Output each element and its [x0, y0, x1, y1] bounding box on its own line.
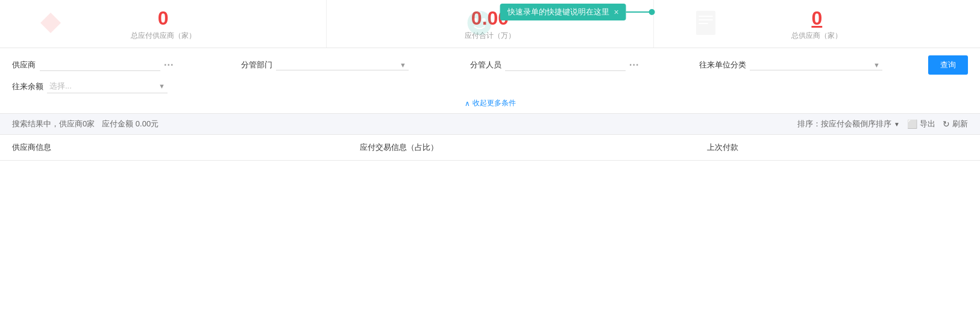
results-bar: 搜索结果中，供应商0家 应付金额 0.00元 排序：按应付会额倒序排序 ▼ ⬜ …: [0, 114, 980, 135]
mint-icon: [462, 5, 497, 42]
sort-button[interactable]: 排序：按应付会额倒序排序 ▼: [797, 119, 900, 129]
collapse-button[interactable]: ∧ 收起更多条件: [465, 98, 516, 108]
svg-point-5: [478, 11, 482, 15]
svg-point-2: [474, 18, 477, 22]
total-suppliers-label: 总供应商（家）: [791, 31, 842, 41]
balance-select[interactable]: 选择... ▼: [47, 79, 168, 93]
unit-filter: 往来单位分类 ▼: [699, 60, 923, 70]
amount-summary: 应付金额 0.00元: [102, 119, 159, 129]
filter-bar: 供应商 ··· 分管部门 ▼ 分管人员 ··· 往来单位分类 ▼ 查询: [0, 48, 980, 114]
diamond-icon: [36, 8, 65, 39]
table-body: [0, 161, 980, 310]
col-transaction-header: 应付交易信息（占比）: [360, 142, 708, 153]
collapse-label: 收起更多条件: [473, 98, 516, 108]
stats-bar: 0 总应付供应商（家） 快速录单的快捷键说明在这里 × 0.00 应付合计（万）: [0, 0, 980, 48]
department-chevron-icon: ▼: [400, 61, 406, 69]
unit-chevron-icon: ▼: [873, 61, 880, 69]
total-suppliers-value: 0: [811, 7, 822, 29]
filter-row-2: 往来余额 选择... ▼: [12, 79, 968, 93]
unit-label: 往来单位分类: [699, 60, 746, 70]
filter-row-1: 供应商 ··· 分管部门 ▼ 分管人员 ··· 往来单位分类 ▼ 查询: [12, 55, 968, 75]
person-input[interactable]: [505, 59, 626, 71]
person-dots[interactable]: ···: [629, 60, 639, 70]
search-summary: 搜索结果中，供应商0家: [12, 119, 95, 129]
balance-chevron-icon: ▼: [159, 82, 165, 90]
sort-chevron-icon: ▼: [894, 121, 900, 128]
department-filter: 分管部门 ▼: [241, 60, 465, 70]
balance-placeholder: 选择...: [49, 81, 72, 91]
balance-filter: 往来余额 选择... ▼: [12, 79, 193, 93]
person-label: 分管人员: [470, 60, 501, 70]
results-actions: 排序：按应付会额倒序排序 ▼ ⬜ 导出 ↻ 刷新: [797, 119, 968, 129]
balance-label: 往来余额: [12, 81, 43, 92]
stat-payable-amount: 快速录单的快捷键说明在这里 × 0.00 应付合计（万）: [327, 0, 653, 48]
query-button[interactable]: 查询: [928, 55, 968, 75]
payable-suppliers-label: 总应付供应商（家）: [131, 31, 196, 41]
collapse-arrow-icon: ∧: [465, 99, 470, 108]
col-lastpay-header: 上次付款: [707, 142, 968, 153]
tooltip-close-btn[interactable]: ×: [614, 7, 619, 17]
refresh-button[interactable]: ↻ 刷新: [943, 119, 968, 129]
collapse-row: ∧ 收起更多条件: [12, 98, 968, 108]
refresh-icon: ↻: [943, 119, 950, 129]
payable-suppliers-value: 0: [158, 7, 169, 29]
supplier-label: 供应商: [12, 60, 36, 70]
svg-rect-9: [699, 23, 708, 24]
tooltip-text: 快速录单的快捷键说明在这里: [507, 7, 609, 17]
results-summary: 搜索结果中，供应商0家 应付金额 0.00元: [12, 119, 159, 129]
table-header: 供应商信息 应付交易信息（占比） 上次付款: [0, 135, 980, 161]
svg-point-3: [482, 18, 486, 22]
supplier-input[interactable]: [40, 59, 160, 71]
person-filter: 分管人员 ···: [470, 59, 694, 71]
department-label: 分管部门: [241, 60, 272, 70]
tooltip-bubble: 快速录单的快捷键说明在这里 ×: [500, 4, 626, 20]
svg-rect-7: [699, 16, 713, 17]
document-icon: [690, 7, 721, 40]
svg-rect-0: [40, 13, 61, 33]
svg-rect-8: [699, 19, 713, 20]
department-select[interactable]: ▼: [276, 60, 409, 70]
refresh-label: 刷新: [952, 119, 968, 129]
stat-total-suppliers: 0 总供应商（家）: [654, 0, 980, 48]
export-icon: ⬜: [907, 119, 917, 129]
export-label: 导出: [920, 119, 935, 129]
sort-label: 排序：按应付会额倒序排序: [797, 119, 891, 129]
unit-select[interactable]: ▼: [750, 60, 882, 70]
export-button[interactable]: ⬜ 导出: [907, 119, 935, 129]
tooltip-dot: [649, 9, 655, 15]
col-supplier-header: 供应商信息: [12, 142, 360, 153]
supplier-dots[interactable]: ···: [164, 60, 174, 70]
stat-payable-suppliers: 0 总应付供应商（家）: [0, 0, 327, 48]
supplier-filter: 供应商 ···: [12, 59, 236, 71]
